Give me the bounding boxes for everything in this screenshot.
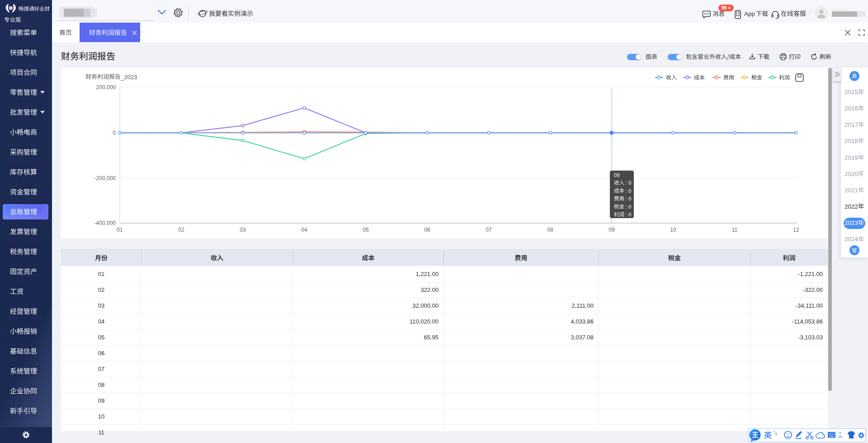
svg-text:06: 06 xyxy=(424,227,430,233)
svg-text:-400,000: -400,000 xyxy=(94,220,116,226)
svg-text:_2023: _2023 xyxy=(120,74,137,81)
svg-text:12: 12 xyxy=(793,227,799,233)
svg-text:200,000: 200,000 xyxy=(96,84,116,91)
svg-text:03: 03 xyxy=(240,227,246,233)
svg-text:11: 11 xyxy=(732,227,738,233)
svg-text:04: 04 xyxy=(301,227,307,233)
svg-text:-200,000: -200,000 xyxy=(94,175,116,181)
svg-text:05: 05 xyxy=(363,227,369,233)
svg-text:08: 08 xyxy=(547,227,553,233)
svg-text:02: 02 xyxy=(178,227,184,233)
svg-text:01: 01 xyxy=(117,227,123,233)
svg-text:09: 09 xyxy=(609,227,615,233)
svg-text:10: 10 xyxy=(670,227,676,233)
svg-text:07: 07 xyxy=(486,227,492,233)
svg-text:0: 0 xyxy=(113,130,116,136)
